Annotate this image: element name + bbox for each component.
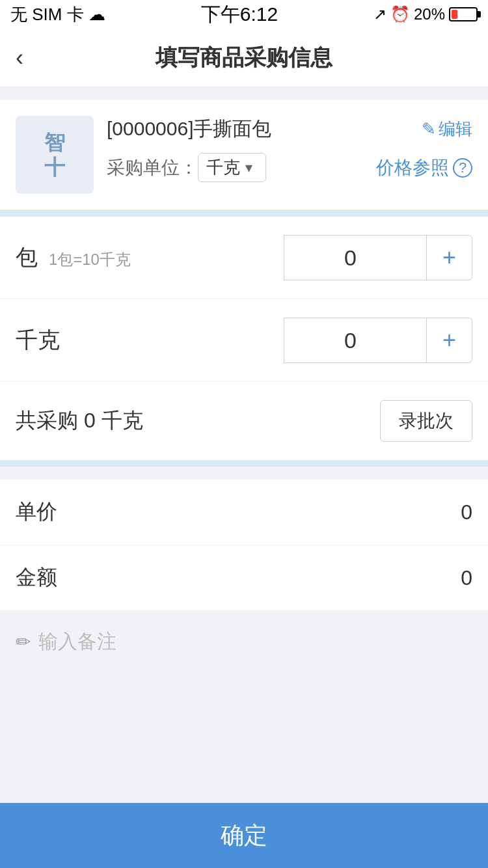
kg-label: 千克 bbox=[16, 327, 60, 352]
amount-value: 0 bbox=[461, 566, 472, 590]
section-divider bbox=[0, 210, 488, 217]
price-info-section: 单价 0 金额 0 bbox=[0, 480, 488, 610]
status-right: ↗ ⏰ 20% bbox=[373, 5, 478, 23]
status-time: 下午6:12 bbox=[201, 1, 278, 28]
back-button[interactable]: ‹ bbox=[16, 44, 23, 72]
status-left: 无 SIM 卡 ☁ bbox=[10, 3, 105, 26]
edit-label: 编辑 bbox=[439, 118, 472, 141]
alarm-icon: ⏰ bbox=[390, 5, 410, 23]
bag-plus-button[interactable]: + bbox=[427, 235, 472, 280]
product-card: 智 十 [0000006]手撕面包 ✎ 编辑 采购单位： 千克 ▾ 价格参照 bbox=[0, 100, 488, 210]
unit-label: 采购单位： bbox=[107, 156, 198, 180]
amount-label: 金额 bbox=[16, 563, 57, 592]
bag-input-row: 包 1包=10千克 + bbox=[0, 217, 488, 299]
unit-price-row: 单价 0 bbox=[0, 480, 488, 545]
battery-icon bbox=[449, 7, 478, 21]
product-logo: 智 十 bbox=[44, 130, 65, 180]
input-section: 包 1包=10千克 + 千克 + 共采购 0 千克 录批次 bbox=[0, 217, 488, 460]
unit-value: 千克 bbox=[206, 156, 240, 179]
header: ‹ 填写商品采购信息 bbox=[0, 29, 488, 87]
product-info: [0000006]手撕面包 ✎ 编辑 采购单位： 千克 ▾ 价格参照 ? bbox=[107, 116, 472, 182]
battery-pct: 20% bbox=[414, 5, 445, 23]
kg-input[interactable] bbox=[284, 318, 427, 363]
batch-button[interactable]: 录批次 bbox=[380, 400, 472, 442]
bag-label: 包 bbox=[16, 245, 38, 269]
unit-select[interactable]: 千克 ▾ bbox=[198, 153, 266, 182]
kg-control: + bbox=[284, 318, 472, 363]
info-icon: ? bbox=[453, 158, 472, 178]
location-icon: ↗ bbox=[373, 5, 386, 23]
summary-text: 共采购 0 千克 bbox=[16, 407, 143, 435]
product-image: 智 十 bbox=[16, 116, 94, 194]
dropdown-icon: ▾ bbox=[245, 159, 252, 176]
summary-row: 共采购 0 千克 录批次 bbox=[0, 382, 488, 460]
price-ref-label: 价格参照 bbox=[376, 156, 449, 180]
remark-icon: ✏ bbox=[16, 631, 31, 653]
status-bar: 无 SIM 卡 ☁ 下午6:12 ↗ ⏰ 20% bbox=[0, 0, 488, 29]
remark-section[interactable]: ✏ 输入备注 bbox=[0, 610, 488, 673]
remark-placeholder: 输入备注 bbox=[38, 629, 116, 655]
kg-plus-button[interactable]: + bbox=[427, 318, 472, 363]
bag-sub: 1包=10千克 bbox=[49, 251, 131, 268]
kg-input-row: 千克 + bbox=[0, 299, 488, 382]
section-divider-2 bbox=[0, 460, 488, 467]
page-title: 填写商品采购信息 bbox=[156, 43, 332, 73]
product-name: [0000006]手撕面包 bbox=[107, 116, 271, 142]
confirm-button[interactable]: 确定 bbox=[0, 803, 488, 868]
sim-label: 无 SIM 卡 ☁ bbox=[10, 3, 105, 26]
unit-price-value: 0 bbox=[461, 500, 472, 524]
edit-button[interactable]: ✎ 编辑 bbox=[422, 118, 472, 141]
unit-price-label: 单价 bbox=[16, 498, 57, 526]
price-ref-button[interactable]: 价格参照 ? bbox=[376, 156, 472, 180]
bag-input[interactable] bbox=[284, 235, 427, 280]
edit-icon: ✎ bbox=[422, 119, 436, 139]
amount-row: 金额 0 bbox=[0, 545, 488, 610]
bag-control: + bbox=[284, 235, 472, 280]
